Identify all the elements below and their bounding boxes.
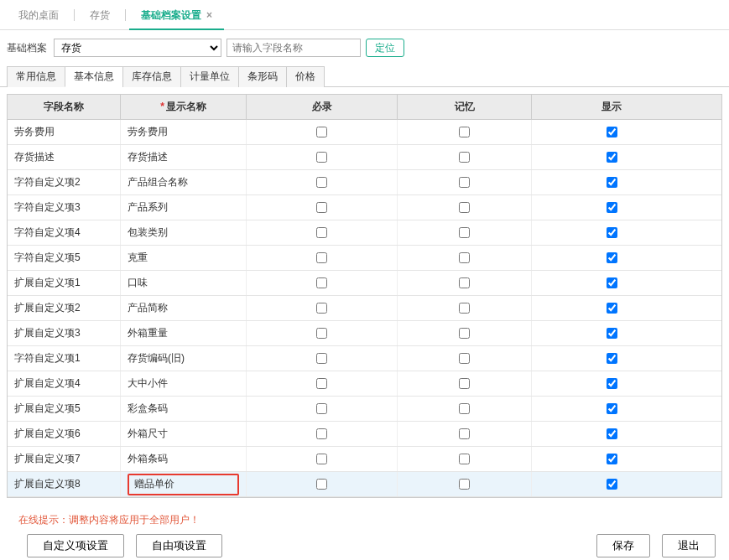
sub-tab[interactable]: 条形码	[238, 66, 287, 87]
display-name-cell[interactable]: 产品系列	[121, 195, 247, 220]
show-checkbox[interactable]	[607, 252, 617, 263]
required-checkbox[interactable]	[316, 252, 327, 263]
free-item-button[interactable]: 自由项设置	[136, 534, 222, 557]
display-name-cell[interactable]: 产品组合名称	[121, 170, 247, 194]
close-icon[interactable]: ×	[206, 9, 212, 21]
memory-checkbox[interactable]	[459, 378, 470, 389]
show-checkbox[interactable]	[607, 479, 617, 490]
memory-checkbox[interactable]	[459, 353, 470, 364]
table-row[interactable]: 扩展自定义项6外箱尺寸	[8, 422, 721, 447]
col-field-name[interactable]: 字段名称	[8, 95, 121, 119]
field-name-cell: 字符自定义项5	[8, 246, 121, 270]
display-name-cell[interactable]: 彩盒条码	[121, 397, 247, 421]
field-search-input[interactable]	[227, 39, 361, 57]
table-row[interactable]: 劳务费用劳务费用	[8, 120, 721, 145]
memory-checkbox[interactable]	[459, 252, 470, 263]
show-checkbox[interactable]	[607, 277, 617, 288]
required-checkbox[interactable]	[316, 277, 327, 288]
required-checkbox[interactable]	[316, 428, 327, 439]
show-checkbox[interactable]	[607, 353, 617, 364]
page-tab[interactable]: 我的桌面	[7, 0, 70, 30]
display-name-cell[interactable]: 赠品单价	[121, 472, 247, 496]
memory-checkbox[interactable]	[459, 403, 470, 414]
memory-checkbox[interactable]	[459, 177, 470, 188]
table-row[interactable]: 字符自定义项2产品组合名称	[8, 170, 721, 195]
display-name-cell[interactable]: 产品简称	[121, 296, 247, 320]
memory-checkbox[interactable]	[459, 479, 470, 490]
page-tab[interactable]: 基础档案设置×	[129, 0, 224, 30]
archive-select[interactable]: 存货	[54, 39, 221, 57]
table-row[interactable]: 字符自定义项5克重	[8, 246, 721, 271]
col-required[interactable]: 必录	[247, 95, 398, 119]
memory-checkbox[interactable]	[459, 328, 470, 339]
display-name-cell[interactable]: 口味	[121, 271, 247, 295]
memory-checkbox[interactable]	[459, 277, 470, 288]
required-checkbox[interactable]	[316, 353, 327, 364]
display-name-cell[interactable]: 包装类别	[121, 220, 247, 245]
memory-checkbox[interactable]	[459, 227, 470, 238]
table-row[interactable]: 字符自定义项1存货编码(旧)	[8, 346, 721, 371]
memory-checkbox[interactable]	[459, 428, 470, 439]
display-name-cell[interactable]: 存货描述	[121, 145, 247, 169]
required-checkbox[interactable]	[316, 479, 327, 490]
col-show[interactable]: 显示	[532, 95, 691, 119]
show-checkbox[interactable]	[607, 303, 617, 314]
show-checkbox[interactable]	[607, 177, 617, 188]
show-checkbox[interactable]	[607, 328, 617, 339]
table-row[interactable]: 字符自定义项4包装类别	[8, 220, 721, 246]
show-checkbox[interactable]	[607, 202, 617, 213]
show-checkbox[interactable]	[607, 454, 617, 464]
display-name-cell[interactable]: 克重	[121, 246, 247, 270]
sub-tab[interactable]: 价格	[286, 66, 325, 87]
show-checkbox[interactable]	[607, 152, 617, 163]
custom-item-button[interactable]: 自定义项设置	[27, 534, 124, 557]
exit-button[interactable]: 退出	[662, 534, 716, 557]
memory-checkbox[interactable]	[459, 152, 470, 163]
display-name-cell[interactable]: 外箱重量	[121, 321, 247, 345]
table-row[interactable]: 扩展自定义项7外箱条码	[8, 447, 721, 472]
required-checkbox[interactable]	[316, 152, 327, 163]
memory-checkbox[interactable]	[459, 202, 470, 213]
display-name-cell[interactable]: 大中小件	[121, 371, 247, 396]
show-checkbox[interactable]	[607, 378, 617, 389]
required-checkbox[interactable]	[316, 328, 327, 339]
col-display-name[interactable]: *显示名称	[121, 95, 247, 119]
display-name-cell[interactable]: 外箱条码	[121, 447, 247, 471]
table-row[interactable]: 存货描述存货描述	[8, 145, 721, 170]
sub-tab[interactable]: 常用信息	[7, 66, 65, 87]
sub-tab[interactable]: 基本信息	[65, 66, 123, 87]
locate-button[interactable]: 定位	[366, 39, 404, 57]
required-checkbox[interactable]	[316, 177, 327, 188]
show-checkbox[interactable]	[607, 403, 617, 414]
memory-checkbox[interactable]	[459, 454, 470, 464]
sub-tab[interactable]: 库存信息	[122, 66, 181, 87]
required-checkbox[interactable]	[316, 227, 327, 238]
display-name-cell[interactable]: 外箱尺寸	[121, 422, 247, 446]
page-tab[interactable]: 存货	[78, 0, 122, 30]
table-row[interactable]: 扩展自定义项2产品简称	[8, 296, 721, 321]
table-row[interactable]: 扩展自定义项3外箱重量	[8, 321, 721, 346]
sub-tab[interactable]: 计量单位	[180, 66, 239, 87]
memory-checkbox[interactable]	[459, 303, 470, 314]
required-checkbox[interactable]	[316, 454, 327, 464]
required-checkbox[interactable]	[316, 202, 327, 213]
show-checkbox[interactable]	[607, 127, 617, 137]
required-checkbox[interactable]	[316, 127, 327, 137]
save-button[interactable]: 保存	[596, 534, 650, 557]
table-row[interactable]: 扩展自定义项4大中小件	[8, 371, 721, 397]
table-row[interactable]: 扩展自定义项8赠品单价	[8, 472, 721, 497]
table-row[interactable]: 扩展自定义项1口味	[8, 271, 721, 296]
show-checkbox[interactable]	[607, 227, 617, 238]
required-cell	[247, 447, 398, 471]
required-checkbox[interactable]	[316, 403, 327, 414]
show-checkbox[interactable]	[607, 428, 617, 439]
grid-body[interactable]: 生产耗用生产耗用劳务费用劳务费用存货描述存货描述字符自定义项2产品组合名称字符自…	[8, 120, 721, 497]
display-name-cell[interactable]: 存货编码(旧)	[121, 346, 247, 371]
table-row[interactable]: 扩展自定义项5彩盒条码	[8, 397, 721, 422]
display-name-cell[interactable]: 劳务费用	[121, 120, 247, 144]
table-row[interactable]: 字符自定义项3产品系列	[8, 195, 721, 220]
memory-checkbox[interactable]	[459, 127, 470, 137]
required-checkbox[interactable]	[316, 378, 327, 389]
required-checkbox[interactable]	[316, 303, 327, 314]
col-memory[interactable]: 记忆	[398, 95, 532, 119]
